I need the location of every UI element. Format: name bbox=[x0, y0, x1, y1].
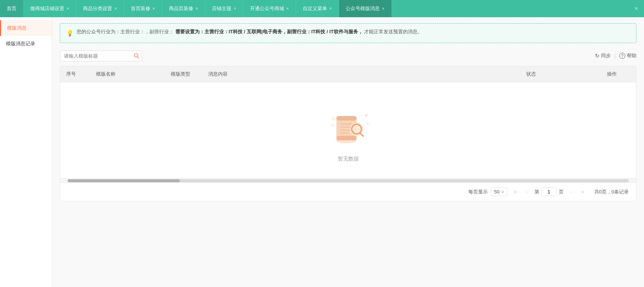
empty-illustration bbox=[326, 105, 371, 150]
tab-shop-settings[interactable]: 微商城店铺设置 × bbox=[24, 0, 76, 17]
close-all-tabs[interactable]: × bbox=[629, 0, 644, 17]
th-name: 模版名称 bbox=[90, 66, 165, 82]
pagination: 每页显示 50 ∨ ⊲ ‹ 第 页 › ⊳ 共0页，0条记录 bbox=[60, 183, 636, 201]
tab-open-mall[interactable]: 开通公众号商城 × bbox=[243, 0, 296, 17]
tab-category-settings-label: 商品分类设置 bbox=[83, 5, 112, 12]
notice-text: 您的公众号行业为：主营行业：，副营行业： 需要设置为：主营行业：IT科技 / 互… bbox=[77, 28, 422, 36]
sync-label: 同步 bbox=[601, 52, 611, 59]
th-type: 模版类型 bbox=[165, 66, 202, 82]
search-icon bbox=[134, 53, 139, 58]
tab-shop-settings-label: 微商城店铺设置 bbox=[30, 5, 64, 12]
tab-product-decor[interactable]: 商品页装修 × bbox=[162, 0, 205, 17]
th-content: 消息内容 bbox=[202, 66, 520, 82]
next-page-button[interactable]: › bbox=[567, 187, 576, 196]
svg-rect-6 bbox=[340, 123, 353, 125]
svg-line-1 bbox=[138, 57, 139, 58]
page-size-value: 50 bbox=[494, 189, 499, 195]
tab-template-msg[interactable]: 公众号模版消息 × bbox=[339, 0, 392, 17]
tab-open-mall-label: 开通公众号商城 bbox=[250, 5, 284, 12]
divider: | bbox=[614, 53, 616, 59]
svg-rect-9 bbox=[340, 132, 348, 134]
content-area: 💡 您的公众号行业为：主营行业：，副营行业： 需要设置为：主营行业：IT科技 /… bbox=[52, 17, 644, 287]
search-left bbox=[60, 51, 142, 61]
close-category-settings[interactable]: × bbox=[114, 6, 117, 11]
tab-product-decor-label: 商品页装修 bbox=[169, 5, 193, 12]
search-bar: ↻ 同步 | ? 帮助 bbox=[60, 51, 637, 61]
notice-highlight: 需要设置为：主营行业：IT科技 / 互联网|电子商务，副营行业：IT科技 / I… bbox=[175, 29, 363, 34]
sidebar: 模版消息 模版消息记录 bbox=[0, 17, 52, 287]
search-right: ↻ 同步 | ? 帮助 bbox=[595, 52, 637, 59]
main-layout: 模版消息 模版消息记录 💡 您的公众号行业为：主营行业：，副营行业： 需要设置为… bbox=[0, 17, 644, 287]
sidebar-item-template-msg-log[interactable]: 模版消息记录 bbox=[0, 36, 52, 52]
search-input-wrap bbox=[60, 51, 142, 61]
tab-category-settings[interactable]: 商品分类设置 × bbox=[76, 0, 124, 17]
notice-prefix: 您的公众号行业为：主营行业：，副营行业： bbox=[77, 29, 174, 34]
horizontal-scrollbar[interactable] bbox=[60, 178, 636, 183]
th-status: 状态 bbox=[520, 66, 588, 82]
sync-button[interactable]: ↻ 同步 bbox=[595, 52, 611, 59]
tab-template-msg-label: 公众号模版消息 bbox=[346, 5, 380, 12]
notice-box: 💡 您的公众号行业为：主营行业：，副营行业： 需要设置为：主营行业：IT科技 /… bbox=[60, 23, 637, 43]
close-shop-theme[interactable]: × bbox=[234, 6, 236, 11]
tab-custom-menu-label: 自定义菜单 bbox=[303, 5, 327, 12]
sidebar-item-template-msg-label: 模版消息 bbox=[7, 25, 27, 31]
empty-text: 暂无数据 bbox=[338, 156, 359, 162]
notice-suffix: 才能正常发送预置的消息。 bbox=[364, 29, 422, 34]
last-page-button[interactable]: ⊳ bbox=[579, 187, 588, 196]
page-total: 共0页，0条记录 bbox=[594, 189, 629, 195]
help-button[interactable]: ? 帮助 bbox=[619, 52, 637, 59]
scrollbar-track bbox=[68, 179, 629, 182]
sidebar-item-template-msg[interactable]: 模版消息 bbox=[0, 20, 52, 36]
sync-icon: ↻ bbox=[595, 53, 600, 59]
data-table: 序号 模版名称 模版类型 消息内容 状态 操作 bbox=[60, 66, 637, 201]
prev-page-button[interactable]: ‹ bbox=[523, 187, 531, 196]
page-size-chevron-icon: ∨ bbox=[501, 189, 504, 194]
help-label: 帮助 bbox=[627, 52, 637, 59]
tab-home-label: 首页 bbox=[7, 5, 16, 12]
close-home-decor[interactable]: × bbox=[152, 6, 155, 11]
tab-shop-theme-label: 店铺主题 bbox=[212, 5, 231, 12]
table-header: 序号 模版名称 模版类型 消息内容 状态 操作 bbox=[60, 66, 636, 82]
svg-point-13 bbox=[365, 114, 367, 116]
th-action: 操作 bbox=[588, 66, 636, 82]
page-input[interactable] bbox=[542, 187, 557, 196]
page-current: 第 页 bbox=[534, 187, 564, 196]
svg-rect-4 bbox=[336, 116, 357, 120]
empty-state: 暂无数据 bbox=[60, 82, 636, 177]
search-button[interactable] bbox=[134, 53, 139, 58]
tab-home-decor-label: 首页装修 bbox=[131, 5, 150, 12]
tab-home-decor[interactable]: 首页装修 × bbox=[124, 0, 162, 17]
top-navigation: 首页 微商城店铺设置 × 商品分类设置 × 首页装修 × 商品页装修 × 店铺主… bbox=[0, 0, 644, 17]
close-open-mall[interactable]: × bbox=[286, 6, 289, 11]
close-custom-menu[interactable]: × bbox=[329, 6, 332, 11]
search-input[interactable] bbox=[60, 51, 142, 61]
help-icon: ? bbox=[619, 53, 625, 59]
tab-home[interactable]: 首页 bbox=[0, 0, 24, 17]
th-serial: 序号 bbox=[60, 66, 90, 82]
page-size-select[interactable]: 50 ∨ bbox=[491, 187, 507, 196]
page-size-label: 每页显示 bbox=[468, 189, 488, 195]
svg-point-14 bbox=[331, 124, 334, 127]
page-label: 第 bbox=[534, 189, 539, 195]
first-page-button[interactable]: ⊲ bbox=[511, 187, 520, 196]
svg-point-15 bbox=[367, 123, 369, 124]
tab-custom-menu[interactable]: 自定义菜单 × bbox=[296, 0, 339, 17]
sidebar-item-template-msg-log-label: 模版消息记录 bbox=[6, 41, 35, 46]
notice-icon: 💡 bbox=[66, 28, 74, 38]
close-shop-settings[interactable]: × bbox=[67, 6, 69, 11]
page-unit: 页 bbox=[559, 189, 564, 195]
close-template-msg[interactable]: × bbox=[382, 6, 385, 11]
scrollbar-thumb[interactable] bbox=[68, 179, 180, 182]
svg-rect-5 bbox=[336, 136, 357, 140]
svg-rect-7 bbox=[340, 126, 351, 128]
tab-shop-theme[interactable]: 店铺主题 × bbox=[205, 0, 243, 17]
close-product-decor[interactable]: × bbox=[195, 6, 198, 11]
